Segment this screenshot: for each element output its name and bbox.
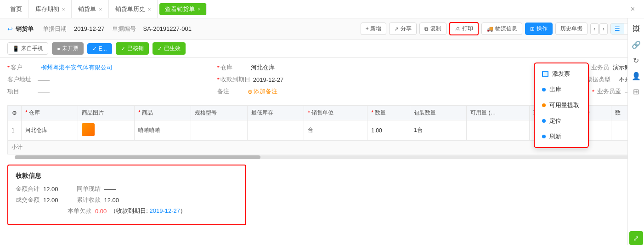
- history-button[interactable]: 历史单据: [555, 23, 588, 35]
- tab-inventory[interactable]: 库存期初 ×: [29, 0, 72, 18]
- right-sidebar: 🖼 🔗 ↻ 👤 ⊞ ⤢: [627, 18, 644, 245]
- dropdown-add-invoice[interactable]: 添发票: [535, 66, 588, 82]
- tab-home[interactable]: 首页: [4, 0, 29, 18]
- cell-min-stock: [248, 120, 304, 141]
- outbound-label: 出库: [549, 85, 561, 94]
- horizontal-scrollbar[interactable]: [15, 155, 629, 159]
- list-view-button[interactable]: ☰: [611, 23, 624, 34]
- cell-package-qty: 1台: [410, 120, 467, 141]
- number-value: SA-20191227-001: [143, 25, 192, 32]
- col-warehouse: * 仓库: [22, 106, 78, 120]
- phone-icon: 📱: [12, 46, 19, 52]
- link-icon: 🔗: [632, 40, 641, 49]
- prev-button[interactable]: ‹: [590, 23, 599, 34]
- project-value: ——: [38, 88, 50, 95]
- warehouse-value: 河北仓库: [251, 63, 275, 72]
- note-field: 备注 ⊕ 添加备注: [217, 87, 427, 96]
- sidebar-rotate-button[interactable]: ↻: [629, 53, 643, 67]
- copy-button[interactable]: ⧉ 复制: [419, 23, 446, 35]
- dot-orange-icon: [542, 103, 546, 107]
- col-quantity: * 数量: [367, 106, 410, 120]
- customer-value[interactable]: 柳州粤港平安气体有限公司: [41, 63, 113, 72]
- dropdown-locate[interactable]: 定位: [535, 113, 588, 129]
- tab-close-sales-history[interactable]: ×: [148, 6, 151, 12]
- staff-label: 业务员: [591, 63, 609, 72]
- check-icon: ✓: [121, 46, 125, 52]
- logistics-button[interactable]: 🚚 物流信息: [481, 23, 522, 35]
- expand-icon: ⤢: [633, 234, 639, 243]
- col-image: 商品图片: [78, 106, 135, 120]
- staff-field: 业务员 演示账号: [427, 63, 637, 72]
- check-icon2: ✓: [158, 46, 162, 52]
- effective-button[interactable]: ✓ 已生效: [153, 42, 186, 55]
- tab-close-sales[interactable]: ×: [99, 6, 102, 12]
- print-button[interactable]: 🖨 打印: [449, 22, 479, 35]
- payment-row-3: 本单欠款 0.00 （收款到期日: 2019-12-27）: [16, 207, 238, 215]
- invoice-field: * 票据类型 不开票: [427, 75, 637, 84]
- tab-bar: 首页 库存期初 × 销货单 × 销货单历史 × 查看销货单 × ×: [0, 0, 644, 18]
- payment-row-1: 金额合计 12.00 同单现结 ——: [16, 185, 238, 193]
- col-available: 可用量 (…: [467, 106, 530, 120]
- doc-icon: ↩: [7, 25, 13, 33]
- payment-date-value: 2019-12-27: [253, 76, 284, 83]
- payment-row-2: 成交金额 12.00 累计收款 12.00: [16, 196, 238, 204]
- due-date: 2019-12-27: [150, 207, 181, 214]
- share-button[interactable]: ↗ 分享: [389, 23, 417, 35]
- same-order-label: 同单现结: [77, 185, 101, 193]
- payment-info-box: 收款信息 金额合计 12.00 同单现结 —— 成交金额 12.00 累计收款: [7, 165, 246, 225]
- sidebar-image-button[interactable]: 🖼: [629, 22, 643, 36]
- sidebar-user-button[interactable]: 👤: [629, 69, 643, 83]
- cancelled-button[interactable]: ✓ 已核销: [116, 42, 149, 55]
- customer-field: * 客户 柳州粤港平安气体有限公司: [7, 63, 217, 72]
- add-note-button[interactable]: ⊕ 添加备注: [248, 87, 277, 96]
- dot-blue-icon3: [542, 135, 546, 138]
- sidebar-grid-button[interactable]: ⊞: [629, 85, 643, 98]
- tab-view-sales[interactable]: 查看销货单 ×: [159, 3, 206, 15]
- deal-amount-item: 成交金额 12.00: [16, 196, 58, 204]
- from-phone-button[interactable]: 📱 来自手机: [7, 42, 48, 55]
- tab-sales[interactable]: 销货单 ×: [72, 0, 108, 18]
- doc-title: 销货单: [16, 25, 34, 33]
- product-image: [82, 123, 95, 136]
- dropdown-available-qty[interactable]: 可用量提取: [535, 97, 588, 113]
- tab-close-inventory[interactable]: ×: [62, 6, 65, 12]
- payment-date-field: * 收款到期日 2019-12-27: [217, 75, 427, 84]
- sidebar-link-button[interactable]: 🔗: [629, 38, 643, 51]
- cell-available: [467, 120, 530, 141]
- operations-button[interactable]: ⊞ 操作: [525, 23, 553, 35]
- cumulative-payment-item: 累计收款 12.00: [77, 196, 119, 204]
- payment-date-label: 收款到期日: [220, 75, 250, 84]
- same-order-item: 同单现结 ——: [77, 185, 116, 193]
- date-value: 2019-12-27: [74, 25, 105, 32]
- col-settings[interactable]: ⚙: [8, 106, 22, 120]
- warehouse-field: * 仓库 河北仓库: [217, 63, 427, 72]
- copy-icon: ⧉: [424, 26, 429, 32]
- number-label: 单据编号: [112, 25, 136, 33]
- scrollbar-thumb[interactable]: [15, 155, 260, 159]
- cumulative-value: 12.00: [104, 197, 119, 204]
- not-opened-button[interactable]: ● 未开票: [52, 42, 84, 55]
- tab-close-view-sales[interactable]: ×: [198, 6, 200, 12]
- next-button[interactable]: ›: [599, 23, 608, 34]
- outstanding-label: 本单欠款: [68, 207, 91, 215]
- close-all-button[interactable]: ×: [625, 5, 640, 13]
- confirm-button[interactable]: ✓ E...: [87, 43, 112, 54]
- doc-header: ↩ 销货单 单据日期 2019-12-27 单据编号 SA-20191227-0…: [0, 18, 644, 40]
- circle-icon: ●: [57, 46, 60, 52]
- address-field: 客户地址 ——: [7, 75, 217, 84]
- total-amount-item: 金额合计 12.00: [16, 185, 58, 193]
- tab-sales-history[interactable]: 销货单历史 ×: [109, 0, 158, 18]
- dropdown-refresh[interactable]: 刷新: [535, 129, 588, 144]
- grid-icon: ⊞: [633, 87, 639, 96]
- address-label: 客户地址: [7, 75, 35, 84]
- cell-spec: [191, 120, 248, 141]
- cell-row-num: 1: [8, 120, 22, 141]
- customer-label: 客户: [11, 63, 38, 72]
- operations-dropdown: 添发票 出库 可用量提取 定位 刷新: [534, 63, 589, 148]
- date-label: 单据日期: [43, 25, 67, 33]
- new-button[interactable]: + 新增: [361, 23, 386, 35]
- outstanding-note: （收款到期日: 2019-12-27）: [110, 207, 186, 215]
- col-spec: 规格型号: [191, 106, 248, 120]
- dropdown-outbound[interactable]: 出库: [535, 82, 588, 97]
- sidebar-expand-button[interactable]: ⤢: [629, 231, 643, 245]
